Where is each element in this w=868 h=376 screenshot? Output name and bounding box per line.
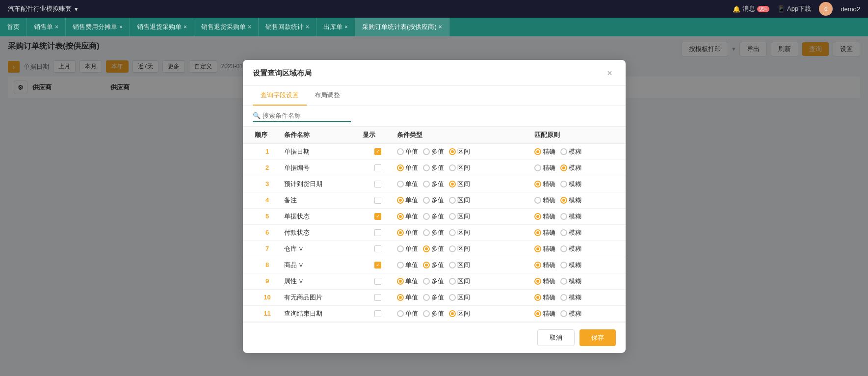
- match-radio-精确-0[interactable]: 精确: [534, 147, 555, 156]
- type-radio-多值-10[interactable]: 多值: [423, 309, 444, 318]
- row-display-10[interactable]: [361, 307, 395, 321]
- row-display-5[interactable]: [361, 226, 395, 240]
- match-radio-模糊-6[interactable]: 模糊: [560, 244, 581, 253]
- type-radio-单值-2[interactable]: 单值: [397, 180, 418, 188]
- match-radio-模糊-1[interactable]: 模糊: [560, 163, 581, 172]
- checkbox-1[interactable]: [374, 164, 381, 171]
- checkbox-10[interactable]: [374, 310, 381, 317]
- type-radio-单值-7[interactable]: 单值: [397, 261, 418, 269]
- row-display-4[interactable]: ✓: [361, 210, 395, 223]
- row-display-7[interactable]: ✓: [361, 258, 395, 272]
- tab-sales-return2[interactable]: 销售退货采购单 ×: [194, 18, 259, 36]
- type-radio-区间-4[interactable]: 区间: [449, 212, 470, 221]
- type-radio-区间-3[interactable]: 区间: [449, 196, 470, 205]
- search-input[interactable]: [263, 112, 341, 119]
- match-radio-精确-8[interactable]: 精确: [534, 277, 555, 286]
- tab-sales-return2-close[interactable]: ×: [248, 24, 251, 30]
- tab-sales-order[interactable]: 销售单 ×: [27, 18, 66, 36]
- match-radio-精确-10[interactable]: 精确: [534, 309, 555, 318]
- match-radio-模糊-10[interactable]: 模糊: [560, 309, 581, 318]
- match-radio-精确-6[interactable]: 精确: [534, 244, 555, 253]
- row-display-3[interactable]: [361, 193, 395, 207]
- type-radio-单值-4[interactable]: 单值: [397, 212, 418, 221]
- type-radio-区间-0[interactable]: 区间: [449, 147, 470, 156]
- match-radio-模糊-0[interactable]: 模糊: [560, 147, 581, 156]
- tab-sales-return[interactable]: 销售退货采购单 ×: [130, 18, 194, 36]
- tab-outbound[interactable]: 出库单 ×: [316, 18, 355, 36]
- tab-sales-receipt[interactable]: 销售回款统计 ×: [259, 18, 316, 36]
- type-radio-多值-8[interactable]: 多值: [423, 277, 444, 286]
- match-radio-模糊-4[interactable]: 模糊: [560, 212, 581, 221]
- match-radio-模糊-2[interactable]: 模糊: [560, 180, 581, 188]
- type-radio-多值-7[interactable]: 多值: [423, 261, 444, 269]
- type-radio-单值-3[interactable]: 单值: [397, 196, 418, 205]
- type-radio-区间-7[interactable]: 区间: [449, 261, 470, 269]
- dialog-tab-layout[interactable]: 布局调整: [307, 86, 348, 106]
- match-radio-精确-3[interactable]: 精确: [534, 196, 555, 205]
- match-radio-精确-1[interactable]: 精确: [534, 163, 555, 172]
- match-radio-模糊-3[interactable]: 模糊: [560, 196, 581, 205]
- checkbox-7[interactable]: ✓: [374, 262, 381, 269]
- dropdown-icon[interactable]: ▾: [75, 5, 78, 13]
- tab-outbound-close[interactable]: ×: [344, 24, 348, 30]
- type-radio-多值-0[interactable]: 多值: [423, 147, 444, 156]
- type-radio-多值-5[interactable]: 多值: [423, 228, 444, 237]
- type-radio-多值-2[interactable]: 多值: [423, 180, 444, 188]
- type-radio-单值-1[interactable]: 单值: [397, 163, 418, 172]
- tab-purchase-stats-close[interactable]: ×: [439, 24, 442, 30]
- notification-btn[interactable]: 🔔 消息 99+: [733, 4, 769, 13]
- match-radio-精确-7[interactable]: 精确: [534, 261, 555, 269]
- type-radio-区间-5[interactable]: 区间: [449, 228, 470, 237]
- row-display-1[interactable]: [361, 161, 395, 175]
- checkbox-0[interactable]: ✓: [374, 148, 381, 155]
- type-radio-单值-8[interactable]: 单值: [397, 277, 418, 286]
- tab-sales-return-close[interactable]: ×: [184, 24, 187, 30]
- avatar[interactable]: d: [819, 2, 833, 16]
- checkbox-9[interactable]: [374, 294, 381, 301]
- match-radio-模糊-7[interactable]: 模糊: [560, 261, 581, 269]
- cancel-btn[interactable]: 取消: [537, 329, 575, 346]
- type-radio-多值-3[interactable]: 多值: [423, 196, 444, 205]
- checkbox-4[interactable]: ✓: [374, 213, 381, 220]
- type-radio-单值-9[interactable]: 单值: [397, 293, 418, 302]
- save-btn[interactable]: 保存: [579, 329, 616, 346]
- match-radio-精确-4[interactable]: 精确: [534, 212, 555, 221]
- type-radio-区间-1[interactable]: 区间: [449, 163, 470, 172]
- row-display-6[interactable]: [361, 242, 395, 256]
- match-radio-模糊-8[interactable]: 模糊: [560, 277, 581, 286]
- checkbox-2[interactable]: [374, 181, 381, 188]
- tab-purchase-stats[interactable]: 采购订单统计表(按供应商) ×: [355, 18, 449, 36]
- checkbox-8[interactable]: [374, 278, 381, 285]
- type-radio-多值-9[interactable]: 多值: [423, 293, 444, 302]
- type-radio-单值-5[interactable]: 单值: [397, 228, 418, 237]
- type-radio-多值-1[interactable]: 多值: [423, 163, 444, 172]
- row-display-0[interactable]: ✓: [361, 145, 395, 159]
- tab-home[interactable]: 首页: [0, 18, 27, 36]
- row-display-8[interactable]: [361, 274, 395, 288]
- tab-sales-expense-close[interactable]: ×: [119, 24, 123, 30]
- checkbox-5[interactable]: [374, 229, 381, 236]
- match-radio-模糊-9[interactable]: 模糊: [560, 293, 581, 302]
- type-radio-单值-6[interactable]: 单值: [397, 244, 418, 253]
- app-download-btn[interactable]: 📱 App下载: [777, 4, 811, 13]
- checkbox-6[interactable]: [374, 245, 381, 252]
- tab-sales-order-close[interactable]: ×: [55, 24, 58, 30]
- type-radio-区间-10[interactable]: 区间: [449, 309, 470, 318]
- type-radio-区间-9[interactable]: 区间: [449, 293, 470, 302]
- type-radio-单值-10[interactable]: 单值: [397, 309, 418, 318]
- tab-sales-receipt-close[interactable]: ×: [306, 24, 309, 30]
- tab-sales-expense[interactable]: 销售费用分摊单 ×: [66, 18, 130, 36]
- type-radio-区间-2[interactable]: 区间: [449, 180, 470, 188]
- match-radio-精确-5[interactable]: 精确: [534, 228, 555, 237]
- dialog-close-btn[interactable]: ×: [604, 68, 616, 80]
- type-radio-多值-6[interactable]: 多值: [423, 244, 444, 253]
- type-radio-区间-6[interactable]: 区间: [449, 244, 470, 253]
- match-radio-精确-2[interactable]: 精确: [534, 180, 555, 188]
- type-radio-区间-8[interactable]: 区间: [449, 277, 470, 286]
- checkbox-3[interactable]: [374, 197, 381, 204]
- type-radio-单值-0[interactable]: 单值: [397, 147, 418, 156]
- row-display-2[interactable]: [361, 177, 395, 191]
- match-radio-模糊-5[interactable]: 模糊: [560, 228, 581, 237]
- type-radio-多值-4[interactable]: 多值: [423, 212, 444, 221]
- row-display-9[interactable]: [361, 291, 395, 304]
